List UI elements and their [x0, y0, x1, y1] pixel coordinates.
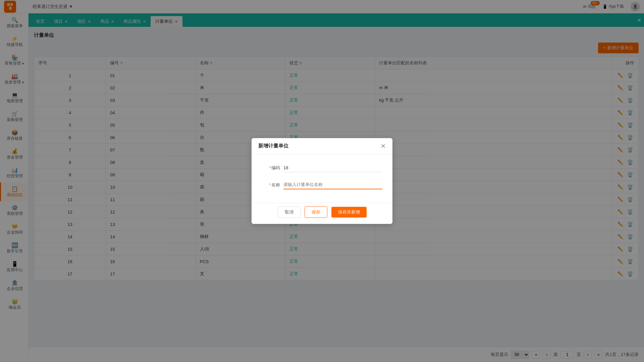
form-row-code: *编码	[262, 164, 382, 172]
form-row-name: *名称	[262, 180, 382, 189]
save-button[interactable]: 保存	[305, 206, 327, 218]
modal-overlay: 新增计量单位 ✕ *编码 *名称 取消 保存 保存并新增	[0, 0, 644, 362]
modal-title: 新增计量单位	[258, 143, 288, 149]
modal-footer: 取消 保存 保存并新增	[252, 203, 392, 224]
modal: 新增计量单位 ✕ *编码 *名称 取消 保存 保存并新增	[252, 138, 392, 224]
name-label: *名称	[262, 182, 280, 188]
save-new-button[interactable]: 保存并新增	[331, 207, 367, 218]
modal-body: *编码 *名称	[252, 154, 392, 203]
code-input[interactable]	[283, 164, 382, 172]
name-input[interactable]	[283, 180, 382, 189]
code-label: *编码	[262, 165, 280, 171]
cancel-button[interactable]: 取消	[278, 206, 301, 218]
modal-header: 新增计量单位 ✕	[252, 138, 392, 154]
modal-close-button[interactable]: ✕	[381, 143, 386, 149]
